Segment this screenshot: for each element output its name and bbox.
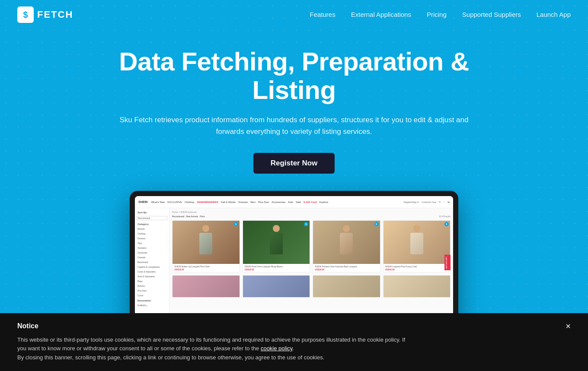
cookie-text-period: . xyxy=(292,345,294,352)
logo-link[interactable]: $ FETCH xyxy=(17,6,73,23)
shein-product-card-sm xyxy=(243,275,310,298)
navigation: $ FETCH Features External Applications P… xyxy=(0,0,588,29)
shein-product-card-sm xyxy=(172,275,240,298)
shein-products-row2 xyxy=(172,275,451,298)
shein-product-card: S SHEIN Knot Front Leopard Wrap Blazer U… xyxy=(243,220,310,273)
cookie-text-before: This website or its third-party tools us… xyxy=(17,336,405,352)
cookie-close-button[interactable]: × xyxy=(566,322,571,330)
cookie-title: Notice xyxy=(17,322,38,330)
cookie-text-after: By closing this banner, scrolling this p… xyxy=(17,354,324,361)
shein-breadcrumb: Home > SHEIN Exclusive xyxy=(172,211,451,213)
shein-offer-banner: GET 15% OFF! xyxy=(444,255,451,270)
shein-products: S SHEIN Button Up Leopard Print Shirt US… xyxy=(172,220,451,273)
nav-features[interactable]: Features xyxy=(310,11,336,18)
cookie-body: This website or its third-party tools us… xyxy=(17,336,406,362)
shein-product-card: S SHEIN Button Up Leopard Print Shirt US… xyxy=(172,220,240,273)
nav-links: Features External Applications Pricing S… xyxy=(310,11,571,19)
shein-sort-row: Recommend New Arrivals Price 614 Results xyxy=(172,215,451,218)
shein-nav: SHEIN What's New EXCLUSIVE Clothing #SHE… xyxy=(135,196,453,208)
hero-title: Data Fetching, Preparation & Listing xyxy=(117,48,471,105)
shein-product-card-sm xyxy=(313,275,380,298)
nav-launch-app[interactable]: Launch App xyxy=(537,11,571,18)
nav-external-applications[interactable]: External Applications xyxy=(351,11,411,18)
hero-content: Data Fetching, Preparation & Listing Sku… xyxy=(108,48,480,174)
hero-subtitle: Sku Fetch retrieves product information … xyxy=(117,114,471,137)
shein-product-card-sm xyxy=(383,275,451,298)
shein-product-card: S SHEIN Leopard Print Fuzzy Coat US$42.0… xyxy=(383,220,451,273)
shein-product-card: S SHEIN Printed Color Keyhole Back Leopa… xyxy=(313,220,380,273)
register-button[interactable]: Register Now xyxy=(253,153,335,174)
logo-icon: $ xyxy=(17,6,34,23)
cookie-header: Notice × xyxy=(17,322,571,330)
nav-pricing[interactable]: Pricing xyxy=(427,11,447,18)
cookie-banner: Notice × This website or its third-party… xyxy=(0,313,588,371)
nav-supported-suppliers[interactable]: Supported Suppliers xyxy=(462,11,521,18)
cookie-policy-link[interactable]: cookie policy xyxy=(261,345,292,352)
brand-name: FETCH xyxy=(37,9,73,20)
